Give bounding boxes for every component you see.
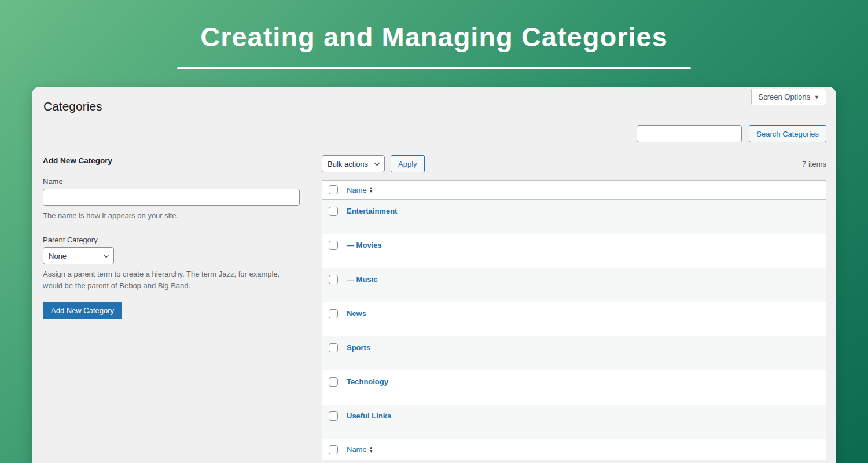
sort-desc-icon: ▼: [369, 450, 373, 453]
categories-table: Name ▲ ▼ Entertainment — Movies: [322, 180, 826, 460]
row-checkbox[interactable]: [329, 207, 338, 216]
table-footer-row: Name ▲ ▼: [322, 439, 826, 460]
table-row: Entertainment: [322, 200, 826, 234]
chevron-down-icon: [374, 160, 380, 166]
bulk-actions-select[interactable]: Bulk actions: [322, 155, 385, 172]
sort-icon: ▲ ▼: [369, 186, 373, 193]
row-checkbox[interactable]: [329, 275, 338, 284]
category-name-input[interactable]: [43, 189, 300, 206]
screen-options-button[interactable]: Screen Options ▼: [751, 89, 826, 105]
table-row: Sports: [322, 336, 826, 370]
category-link[interactable]: Technology: [347, 377, 388, 386]
name-help-text: The name is how it appears on your site.: [43, 210, 300, 222]
table-header-row: Name ▲ ▼: [322, 181, 826, 200]
page-title: Categories: [43, 100, 102, 113]
category-link[interactable]: News: [347, 309, 366, 318]
table-row: — Music: [322, 268, 826, 302]
table-row: Useful Links: [322, 405, 826, 439]
banner-underline: [177, 67, 691, 69]
name-column-header: Name: [347, 186, 367, 194]
search-row: Search Categories: [637, 125, 826, 142]
parent-category-select[interactable]: None: [43, 247, 114, 264]
name-label: Name: [43, 177, 300, 186]
row-checkbox[interactable]: [329, 309, 338, 318]
category-link[interactable]: — Movies: [347, 241, 382, 249]
screen-options-label: Screen Options: [758, 93, 810, 101]
row-checkbox[interactable]: [329, 411, 338, 421]
category-link[interactable]: — Music: [347, 275, 377, 284]
banner-title: Creating and Managing Categories: [0, 21, 868, 53]
parent-category-value: None: [49, 252, 67, 260]
category-link[interactable]: Useful Links: [347, 411, 391, 420]
category-link[interactable]: Sports: [347, 343, 370, 352]
add-category-heading: Add New Category: [43, 156, 300, 165]
sort-icon: ▲ ▼: [369, 446, 373, 453]
table-row: News: [322, 302, 826, 336]
category-link[interactable]: Entertainment: [347, 207, 397, 215]
apply-button[interactable]: Apply: [391, 155, 425, 172]
table-row: Technology: [322, 370, 826, 405]
bulk-actions-bar: Bulk actions Apply 7 items: [322, 155, 826, 172]
sort-desc-icon: ▼: [369, 190, 373, 193]
bulk-actions-value: Bulk actions: [328, 160, 368, 168]
parent-help-text: Assign a parent term to create a hierarc…: [43, 269, 300, 292]
parent-category-label: Parent Category: [43, 236, 300, 244]
sort-by-name-link[interactable]: Name ▲ ▼: [347, 186, 373, 194]
search-categories-input[interactable]: [637, 125, 742, 142]
categories-list-panel: Bulk actions Apply 7 items Name ▲ ▼: [322, 155, 826, 460]
row-checkbox[interactable]: [329, 241, 338, 250]
add-new-category-button[interactable]: Add New Category: [43, 302, 122, 319]
row-checkbox[interactable]: [329, 343, 338, 352]
add-category-form: Add New Category Name The name is how it…: [43, 156, 300, 319]
name-column-footer: Name: [347, 445, 367, 454]
row-checkbox[interactable]: [329, 377, 338, 387]
chevron-down-icon: [104, 252, 109, 258]
select-all-checkbox[interactable]: [329, 445, 338, 454]
table-row: — Movies: [322, 234, 826, 268]
select-all-checkbox[interactable]: [329, 185, 338, 194]
items-count: 7 items: [802, 160, 826, 168]
table-body: Entertainment — Movies — Music News Spor…: [322, 200, 826, 439]
admin-card: Screen Options ▼ Categories Search Categ…: [32, 87, 836, 463]
search-categories-button[interactable]: Search Categories: [749, 125, 826, 142]
sort-by-name-link[interactable]: Name ▲ ▼: [347, 445, 373, 454]
chevron-down-icon: ▼: [814, 94, 819, 100]
